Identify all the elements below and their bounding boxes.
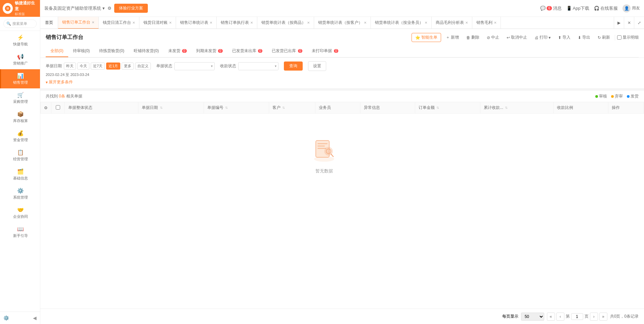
tab-sales-stat1[interactable]: 销售订单统计表 ✕ [176,17,217,29]
th-date[interactable]: 单据日期 ⇅ [138,102,204,114]
tab-margin-analysis[interactable]: 商品毛利分析表 ✕ [432,17,472,29]
sidebar-item-inventory[interactable]: 📦 库存核算 [0,108,40,127]
sidebar-item-marketing[interactable]: 📢 营销推广 [0,50,40,69]
date-btn-more[interactable]: 更多 [122,63,134,70]
not-shipped-badge: 0 [182,49,187,53]
sub-tab-pending-inspect[interactable]: 待拣货验货(0) [94,45,129,57]
sidebar-collapse-button[interactable]: ◀ [33,315,37,321]
th-amount[interactable]: 订单金额 ⇅ [415,102,480,114]
date-btn-yesterday[interactable]: 昨天 [64,63,76,70]
tab-close-sales-order[interactable]: ✕ [92,21,94,24]
show-detail-checkbox-label[interactable]: 显示明细 [617,35,639,40]
import-button[interactable]: ⬆ 导入 [555,33,573,42]
tab-close-sales-stat1[interactable]: ✕ [210,21,212,25]
tab-cash-daily[interactable]: 钱货日清工作台 ✕ [99,17,139,29]
prev-page-button[interactable]: ‹ [556,313,564,321]
sub-tab-shipped-not-out[interactable]: 已发货未出库 0 [227,45,267,57]
tab-home[interactable]: 首页 [40,17,58,29]
th-settings[interactable]: ⚙ [41,102,51,114]
cancel-stop-button[interactable]: ↩ 取消中止 [504,33,530,42]
date-btn-custom[interactable]: 自定义 [135,63,151,70]
sub-tab-overdue-ship[interactable]: 到期未发货 0 [191,45,227,57]
status-select[interactable] [174,62,215,70]
set-button[interactable]: 设置 [308,61,326,71]
th-checkbox[interactable] [51,102,65,114]
show-detail-checkbox[interactable] [617,35,621,40]
tabs-maximize[interactable]: ⤢ [634,17,644,29]
payment-filter-label: 收款状态 [220,63,236,69]
sub-tab-wangpu-pending[interactable]: 旺铺待发货(0) [129,45,164,57]
stop-button[interactable]: ⊘ 中止 [484,33,502,42]
select-all-checkbox[interactable] [56,105,60,110]
ship-action-button[interactable]: 发货 [627,93,639,99]
cancel-review-action-button[interactable]: 弃审 [611,93,623,99]
tab-close-cash-daily[interactable]: ✕ [132,21,135,25]
solution-button[interactable]: 体验行业方案 [114,4,148,13]
sidebar-item-sales[interactable]: 📊 销售管理 [0,69,40,88]
sidebar-item-tutorial[interactable]: 📖 新手引导 [0,222,40,242]
settings-button[interactable]: ⚙ [108,6,112,11]
th-number[interactable]: 单据编号 ⇅ [204,102,269,114]
tab-sales-order[interactable]: 销售订单工作台 ✕ [58,17,99,29]
sub-tab-all[interactable]: 全部(0) [46,45,68,57]
sidebar-settings-button[interactable]: ⚙️ [3,315,9,321]
next-page-button[interactable]: › [590,313,598,321]
sidebar-item-basic-info[interactable]: 🗂️ 基础信息 [0,165,40,184]
page-size-select[interactable]: 50 10 20 100 [521,313,544,321]
review-action-button[interactable]: 审核 [595,93,607,99]
user-menu[interactable]: 👤 用友 [622,4,640,12]
payment-select[interactable] [238,62,278,70]
search-menu-button[interactable]: 🔍 搜索菜单 [3,19,37,28]
sidebar-item-finance[interactable]: 💰 资金管理 [0,127,40,146]
sidebar-item-system[interactable]: ⚙️ 系统管理 [0,184,40,203]
smart-create-button[interactable]: ⭐ 智能生单 [412,33,441,42]
sidebar-item-enterprise[interactable]: 🤝 企业协同 [0,203,40,222]
tab-close-sales-rate[interactable]: ✕ [494,21,497,25]
print-button[interactable]: 🖨 打印 ▾ [532,33,553,42]
online-service-button[interactable]: 🎧 在线客服 [594,5,618,11]
tab-cash-reconcile[interactable]: 钱货日清对账 ✕ [139,17,176,29]
tab-close-cash-reconcile[interactable]: ✕ [169,21,172,25]
tab-close-sales-stat-customer[interactable]: ✕ [364,21,367,25]
sub-tab-not-printed[interactable]: 未打印单据 0 [307,45,343,57]
tab-close-margin-analysis[interactable]: ✕ [465,21,468,25]
date-btn-today[interactable]: 今天 [77,63,89,70]
date-btn-7days[interactable]: 近7天 [91,63,105,70]
tab-sales-stat-product[interactable]: 销货单统计表（按商品） ✕ [257,17,314,29]
sub-tab-not-shipped[interactable]: 未发货 0 [164,45,191,57]
table-batch-actions: 审核 弃审 发货 [595,93,639,99]
tab-close-sales-exec[interactable]: ✕ [250,21,253,25]
date-btn-1month[interactable]: 近1月 [106,63,120,70]
th-salesperson: 业务员 [315,102,360,114]
first-page-button[interactable]: « [547,313,555,321]
tab-sales-exec[interactable]: 销售订单执行表 ✕ [217,17,257,29]
app-download-button[interactable]: 📱 App下载 [566,5,589,11]
tabs-close-current[interactable]: ✕ [624,17,634,29]
last-page-button[interactable]: » [599,313,607,321]
expand-conditions-button[interactable]: ▾ 展开更多条件 [46,79,639,85]
sidebar-item-operations[interactable]: 📋 经营管理 [0,146,40,165]
sidebar-item-purchase[interactable]: 🛒 采购管理 [0,88,40,108]
tab-close-sales-stat-product[interactable]: ✕ [307,21,310,25]
page-number-input[interactable] [571,313,583,320]
sub-tab-shipped-out[interactable]: 已发货已出库 0 [267,45,307,57]
refresh-button[interactable]: ↻ 刷新 [595,33,613,42]
system-title-dropdown[interactable]: 装备及固定资产辅助管理系统 ▾ [44,5,105,11]
sidebar-item-quick-nav[interactable]: ⚡ 快捷导航 [0,31,40,50]
delete-button[interactable]: 🗑 删除 [464,33,482,42]
result-count: 共找到 0条 相关单据 [46,93,82,99]
tab-close-sales-stat-staff[interactable]: ✕ [425,21,427,25]
export-button[interactable]: ⬇ 导出 [575,33,593,42]
th-customer[interactable]: 客户 ⇅ [269,102,315,114]
tabs-scroll-right[interactable]: ▶ [614,17,624,29]
payment-filter: 收款状态 [220,62,278,70]
tab-sales-stat-customer[interactable]: 销货单统计表（按客户） ✕ [314,17,371,29]
sub-tab-pending-review[interactable]: 待审核(0) [68,45,95,57]
th-accumulated[interactable]: 累计收款... ⇅ [480,102,554,114]
shipped-not-out-badge: 0 [258,49,263,53]
add-button[interactable]: ＋ 新增 [443,33,462,42]
tab-sales-stat-staff[interactable]: 销货单统计表（按业务员） ✕ [371,17,432,29]
query-button[interactable]: 查询 [284,62,303,71]
tab-sales-rate[interactable]: 销售毛利 ✕ [472,17,501,29]
message-button[interactable]: 💬 6 消息 [540,5,562,11]
